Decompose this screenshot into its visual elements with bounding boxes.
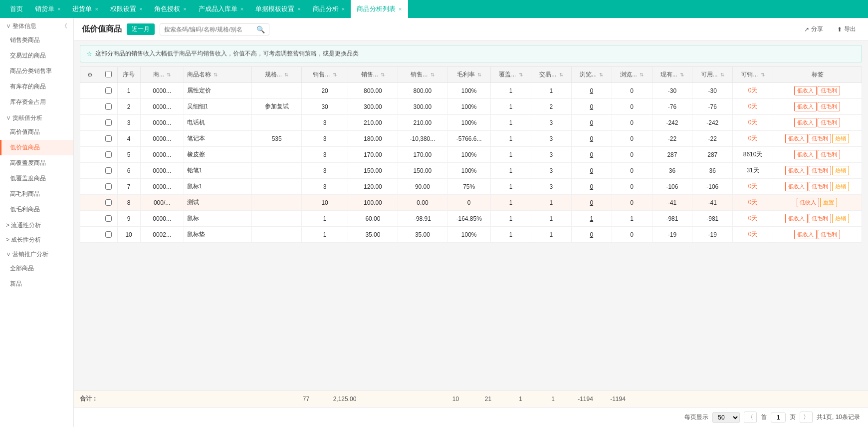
nav-template[interactable]: 单据模板设置 × bbox=[249, 0, 306, 18]
next-page-button[interactable]: 〉 bbox=[800, 412, 813, 423]
row-browse1[interactable]: 1 bbox=[571, 211, 612, 227]
row-browse1[interactable]: 0 bbox=[571, 83, 612, 99]
col-check-all[interactable] bbox=[100, 67, 117, 83]
row-checkbox[interactable] bbox=[105, 103, 112, 110]
col-sale-qty[interactable]: 销售... ⇅ bbox=[301, 67, 348, 83]
sidebar-group-liquidity[interactable]: > 流通性分析 bbox=[0, 217, 73, 232]
nav-sales[interactable]: 销货单 × bbox=[29, 0, 66, 18]
sidebar-item-stock-capital[interactable]: 库存资金占用 bbox=[0, 94, 73, 110]
row-checkbox[interactable] bbox=[105, 215, 112, 222]
nav-product-analysis[interactable]: 商品分析 × bbox=[307, 0, 351, 18]
nav-role[interactable]: 角色授权 × bbox=[148, 0, 192, 18]
col-stock1[interactable]: 现有... ⇅ bbox=[652, 67, 692, 83]
sidebar-item-sales-products[interactable]: 销售类商品 bbox=[0, 32, 73, 48]
sidebar-item-low-value[interactable]: 低价值商品 bbox=[0, 140, 73, 155]
nav-inventory[interactable]: 产成品入库单 × bbox=[193, 0, 249, 18]
row-browse1[interactable]: 0 bbox=[571, 163, 612, 179]
share-button[interactable]: ↗ 分享 bbox=[800, 23, 827, 35]
nav-product-list[interactable]: 商品分析列表 × bbox=[351, 0, 408, 18]
browse-link[interactable]: 0 bbox=[590, 167, 593, 174]
nav-home[interactable]: 首页 bbox=[4, 0, 29, 18]
row-browse1[interactable]: 0 bbox=[571, 131, 612, 147]
col-stock2[interactable]: 可用... ⇅ bbox=[692, 67, 733, 83]
browse-link[interactable]: 0 bbox=[590, 151, 593, 158]
close-icon[interactable]: × bbox=[399, 6, 402, 12]
col-browse1[interactable]: 浏览... ⇅ bbox=[571, 67, 612, 83]
col-can-sell[interactable]: 可销... ⇅ bbox=[733, 67, 773, 83]
row-code: 0000... bbox=[140, 83, 184, 99]
sidebar-item-new-products[interactable]: 新品 bbox=[0, 276, 73, 292]
row-code: 0002... bbox=[140, 227, 184, 243]
export-button[interactable]: ⬆ 导出 bbox=[833, 23, 860, 35]
row-stock1: -19 bbox=[652, 227, 692, 243]
close-icon[interactable]: × bbox=[183, 6, 186, 12]
col-gear[interactable]: ⚙ bbox=[80, 67, 100, 83]
row-trade: 3 bbox=[531, 179, 572, 195]
browse-link[interactable]: 0 bbox=[590, 231, 593, 238]
browse-link[interactable]: 0 bbox=[590, 135, 593, 142]
sidebar-item-low-margin[interactable]: 低毛利商品 bbox=[0, 202, 73, 217]
search-icon[interactable]: 🔍 bbox=[256, 25, 265, 33]
close-icon[interactable]: × bbox=[342, 6, 345, 12]
sidebar-group-contribution[interactable]: ∨ 贡献值分析 bbox=[0, 110, 73, 124]
browse-link[interactable]: 0 bbox=[590, 87, 593, 94]
page-number-input[interactable] bbox=[771, 413, 786, 423]
row-browse1[interactable]: 0 bbox=[571, 115, 612, 131]
row-can-sell: 0天 bbox=[733, 227, 773, 243]
sidebar-item-high-cover[interactable]: 高覆盖度商品 bbox=[0, 155, 73, 171]
collapse-icon[interactable]: 《 bbox=[61, 22, 67, 30]
close-icon[interactable]: × bbox=[95, 6, 98, 12]
browse-link[interactable]: 0 bbox=[590, 183, 593, 190]
col-sale-price[interactable]: 销售... ⇅ bbox=[348, 67, 398, 83]
filter-recent-month-button[interactable]: 近一月 bbox=[127, 23, 155, 35]
col-browse2[interactable]: 浏览... ⇅ bbox=[612, 67, 652, 83]
row-checkbox[interactable] bbox=[105, 135, 112, 142]
row-checkbox[interactable] bbox=[105, 119, 112, 126]
row-checkbox[interactable] bbox=[105, 183, 112, 190]
browse-link[interactable]: 0 bbox=[590, 103, 593, 110]
row-checkbox[interactable] bbox=[105, 167, 112, 174]
row-browse1[interactable]: 0 bbox=[571, 179, 612, 195]
col-trade[interactable]: 交易... ⇅ bbox=[531, 67, 572, 83]
col-name[interactable]: 商品名称 ⇅ bbox=[184, 67, 252, 83]
row-browse1[interactable]: 0 bbox=[571, 99, 612, 115]
row-browse1[interactable]: 0 bbox=[571, 227, 612, 243]
row-checkbox[interactable] bbox=[105, 151, 112, 158]
row-browse1[interactable]: 0 bbox=[571, 147, 612, 163]
close-icon[interactable]: × bbox=[240, 6, 243, 12]
sidebar-item-traded[interactable]: 交易过的商品 bbox=[0, 48, 73, 63]
close-icon[interactable]: × bbox=[297, 6, 300, 12]
sidebar-item-low-cover[interactable]: 低覆盖度商品 bbox=[0, 171, 73, 186]
col-code[interactable]: 商... ⇅ bbox=[140, 67, 184, 83]
sidebar-item-high-value[interactable]: 高价值商品 bbox=[0, 124, 73, 140]
col-spec[interactable]: 规格... ⇅ bbox=[252, 67, 301, 83]
search-input[interactable] bbox=[164, 26, 253, 33]
row-checkbox[interactable] bbox=[105, 87, 112, 94]
table-wrapper[interactable]: ⚙ 序号 商... ⇅ 商品名称 ⇅ 规格... ⇅ 销售... ⇅ 销售...… bbox=[74, 66, 868, 390]
browse-link[interactable]: 0 bbox=[590, 119, 593, 126]
first-page-button[interactable]: 〈 bbox=[744, 412, 757, 423]
row-checkbox[interactable] bbox=[105, 199, 112, 206]
sidebar-group-growth[interactable]: > 成长性分析 bbox=[0, 232, 73, 246]
check-all-checkbox[interactable] bbox=[105, 71, 112, 77]
col-cover[interactable]: 覆盖... ⇅ bbox=[491, 67, 531, 83]
col-sale-amount[interactable]: 销售... ⇅ bbox=[398, 67, 447, 83]
row-checkbox[interactable] bbox=[105, 231, 112, 238]
col-margin[interactable]: 毛利率 ⇅ bbox=[447, 67, 491, 83]
sidebar-item-category-rate[interactable]: 商品分类销售率 bbox=[0, 63, 73, 79]
sidebar-group-marketing[interactable]: ∨ 营销推广分析 bbox=[0, 246, 73, 261]
browse-link[interactable]: 0 bbox=[590, 199, 593, 206]
close-icon[interactable]: × bbox=[139, 6, 142, 12]
row-sale-qty: 3 bbox=[301, 131, 348, 147]
page-size-select[interactable]: 50 100 200 bbox=[712, 412, 740, 423]
browse-link[interactable]: 1 bbox=[590, 215, 593, 222]
row-num: 8 bbox=[117, 195, 140, 211]
row-browse1[interactable]: 0 bbox=[571, 195, 612, 211]
sidebar-group-overall[interactable]: ∨ 整体信息 《 bbox=[0, 18, 73, 32]
sidebar-item-all-products[interactable]: 全部商品 bbox=[0, 261, 73, 276]
sidebar-item-high-margin[interactable]: 高毛利商品 bbox=[0, 186, 73, 202]
sidebar-item-stock-products[interactable]: 有库存的商品 bbox=[0, 79, 73, 94]
nav-purchase[interactable]: 进货单 × bbox=[66, 0, 104, 18]
close-icon[interactable]: × bbox=[57, 6, 60, 12]
nav-permission[interactable]: 权限设置 × bbox=[104, 0, 148, 18]
